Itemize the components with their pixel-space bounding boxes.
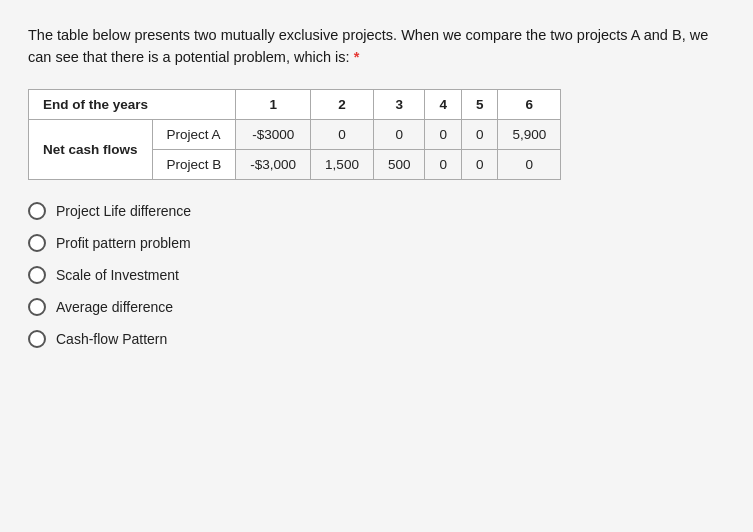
data-table: End of the years 1 2 3 4 5 6 Net cash fl… — [28, 89, 725, 180]
option-label-opt2: Profit pattern problem — [56, 235, 191, 251]
table-row: Net cash flows Project A -$3000 0 0 0 0 … — [29, 119, 561, 149]
option-label-opt4: Average difference — [56, 299, 173, 315]
row-group-label: Net cash flows — [29, 119, 153, 179]
radio-circle-icon — [28, 234, 46, 252]
project-a-val-4: 0 — [425, 119, 462, 149]
project-a-val-2: 0 — [311, 119, 374, 149]
option-opt3[interactable]: Scale of Investment — [28, 266, 725, 284]
radio-circle-icon — [28, 298, 46, 316]
project-a-val-6: 5,900 — [498, 119, 561, 149]
project-a-val-5: 0 — [461, 119, 498, 149]
options-list: Project Life differenceProfit pattern pr… — [28, 202, 725, 348]
option-label-opt3: Scale of Investment — [56, 267, 179, 283]
col-header-5: 5 — [461, 89, 498, 119]
col-header-3: 3 — [373, 89, 425, 119]
col-header-6: 6 — [498, 89, 561, 119]
table-header-row-label: End of the years — [29, 89, 236, 119]
project-a-label: Project A — [152, 119, 236, 149]
option-opt5[interactable]: Cash-flow Pattern — [28, 330, 725, 348]
option-label-opt5: Cash-flow Pattern — [56, 331, 167, 347]
radio-circle-icon — [28, 202, 46, 220]
option-opt1[interactable]: Project Life difference — [28, 202, 725, 220]
col-header-2: 2 — [311, 89, 374, 119]
project-b-val-2: 1,500 — [311, 149, 374, 179]
required-marker: * — [354, 49, 360, 65]
project-b-val-3: 500 — [373, 149, 425, 179]
option-opt4[interactable]: Average difference — [28, 298, 725, 316]
option-opt2[interactable]: Profit pattern problem — [28, 234, 725, 252]
project-b-val-5: 0 — [461, 149, 498, 179]
project-b-label: Project B — [152, 149, 236, 179]
project-b-val-6: 0 — [498, 149, 561, 179]
project-a-val-3: 0 — [373, 119, 425, 149]
project-a-val-1: -$3000 — [236, 119, 311, 149]
col-header-4: 4 — [425, 89, 462, 119]
option-label-opt1: Project Life difference — [56, 203, 191, 219]
project-b-val-1: -$3,000 — [236, 149, 311, 179]
col-header-1: 1 — [236, 89, 311, 119]
radio-circle-icon — [28, 330, 46, 348]
question-text: The table below presents two mutually ex… — [28, 24, 725, 69]
project-b-val-4: 0 — [425, 149, 462, 179]
radio-circle-icon — [28, 266, 46, 284]
